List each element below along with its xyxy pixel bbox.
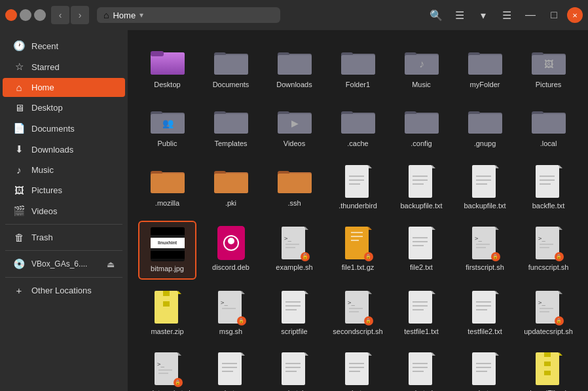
file-item-documents[interactable]: Documents bbox=[202, 41, 260, 94]
file-item-zippedfile[interactable]: zippedFile.zip bbox=[519, 346, 578, 391]
minimize-button[interactable]: – bbox=[20, 9, 31, 21]
svg-text:👥: 👥 bbox=[162, 118, 174, 129]
file-item-testfile2[interactable]: testfile2.txt bbox=[456, 285, 514, 341]
file-item-whataa[interactable]: whataa bbox=[202, 346, 260, 391]
maximize-button[interactable]: □ bbox=[34, 9, 46, 21]
sidebar-item-videos[interactable]: 🎬 Videos bbox=[3, 201, 125, 221]
file-item-gnupg[interactable]: .gnupg bbox=[456, 100, 514, 153]
file-label-backupfile2: backupfile.txt bbox=[464, 201, 505, 210]
file-item-msgsh[interactable]: >_ 🔒 msg.sh bbox=[202, 285, 260, 341]
folder-myfolder-icon bbox=[467, 46, 504, 77]
file-item-funcscript[interactable]: >_ 🔒 funcscript.sh bbox=[519, 221, 578, 280]
file-testfile1-icon bbox=[408, 290, 435, 324]
file-label-folder1: Folder1 bbox=[346, 80, 370, 89]
file-item-scriptfile[interactable]: scriptfile bbox=[265, 285, 323, 341]
search-button[interactable]: 🔍 bbox=[426, 5, 447, 26]
close-button[interactable]: × bbox=[5, 9, 17, 21]
file-label-discord: discord.deb bbox=[212, 263, 249, 272]
file-masterzip-icon bbox=[154, 290, 181, 324]
file-item-cache[interactable]: .cache bbox=[329, 100, 387, 153]
file-item-whatac[interactable]: whatac bbox=[329, 346, 387, 391]
sidebar-item-desktop[interactable]: 🖥 Desktop bbox=[3, 98, 125, 117]
file-item-local[interactable]: .local bbox=[519, 100, 578, 153]
svg-point-76 bbox=[228, 238, 234, 244]
file-item-firstscript[interactable]: >_ 🔒 firstscript.sh bbox=[456, 221, 514, 280]
file-item-updatesrcript[interactable]: >_ 🔒 updatesrci pt.sh bbox=[138, 346, 196, 391]
svg-marker-158 bbox=[432, 352, 435, 356]
sidebar-item-pictures[interactable]: 🖼 Pictures bbox=[3, 181, 125, 200]
file-item-mozilla[interactable]: .mozilla bbox=[138, 159, 196, 215]
sidebar-item-music[interactable]: ♪ Music bbox=[3, 160, 125, 179]
sidebar-item-recent[interactable]: 🕐 Recent bbox=[3, 36, 125, 56]
sidebar-item-trash[interactable]: 🗑 Trash bbox=[3, 228, 125, 247]
location-text: Home bbox=[113, 10, 136, 20]
file-item-backfle[interactable]: backfle.txt bbox=[519, 159, 578, 215]
file-item-masterzip[interactable]: master.zip bbox=[138, 285, 196, 341]
file-backfle-icon bbox=[535, 164, 562, 198]
file-item-desktop[interactable]: Desktop bbox=[138, 41, 196, 94]
close-window-button[interactable]: × bbox=[567, 7, 583, 23]
file-label-backfle: backfle.txt bbox=[532, 201, 565, 210]
sidebar-item-home[interactable]: ⌂ Home bbox=[3, 78, 125, 97]
file-item-pictures[interactable]: 🖼 Pictures bbox=[519, 41, 578, 94]
file-item-downloads[interactable]: Downloads bbox=[265, 41, 323, 94]
file-item-file2txt[interactable]: file2.txt bbox=[392, 221, 450, 280]
file-item-pki[interactable]: .pki bbox=[202, 159, 260, 215]
svg-rect-87 bbox=[409, 227, 432, 259]
menu-button[interactable]: ☰ bbox=[496, 5, 517, 26]
sort-button[interactable]: ▾ bbox=[473, 5, 494, 26]
eject-button[interactable]: ⏏ bbox=[107, 259, 115, 269]
file-item-testfile1[interactable]: testfile1.txt bbox=[392, 285, 450, 341]
file-item-config[interactable]: .config bbox=[392, 100, 450, 153]
home-icon: ⌂ bbox=[103, 10, 109, 20]
sidebar-item-downloads[interactable]: ⬇ Downloads bbox=[3, 140, 125, 159]
music-icon: ♪ bbox=[13, 164, 25, 176]
file-item-whatab[interactable]: whatab bbox=[265, 346, 323, 391]
file-item-file1gz[interactable]: 🔒 file1.txt.gz bbox=[329, 221, 387, 280]
sidebar-item-other-locations[interactable]: + Other Locations bbox=[3, 281, 125, 300]
file-item-example-sh[interactable]: >_ 🔓 example.sh bbox=[265, 221, 323, 280]
file-item-videos[interactable]: ▶ Videos bbox=[265, 100, 323, 153]
folder-config-icon bbox=[403, 105, 440, 136]
file-item-bitmap[interactable]: linuxhint bitmap.jpg bbox=[138, 221, 196, 280]
maximize-window-button[interactable]: □ bbox=[543, 5, 564, 26]
svg-rect-54 bbox=[278, 174, 312, 193]
sidebar-item-vbox[interactable]: 💿 VBox_GAs_6.... ⏏ bbox=[3, 254, 125, 274]
file-item-ssh[interactable]: .ssh bbox=[265, 159, 323, 215]
file-label-backupfile1: backupfile.txt bbox=[400, 201, 442, 210]
file-label-updatesrcript: updatesrci pt.sh bbox=[142, 388, 193, 391]
forward-button[interactable]: › bbox=[71, 6, 89, 24]
starred-icon: ☆ bbox=[13, 61, 25, 73]
videos-icon: 🎬 bbox=[13, 205, 25, 217]
file-item-music[interactable]: ♪ Music bbox=[392, 41, 450, 94]
file-item-whatad[interactable]: whatad bbox=[392, 346, 450, 391]
svg-marker-123 bbox=[432, 291, 435, 294]
file-label-funcscript: funcscript.sh bbox=[528, 263, 569, 272]
file-item-public[interactable]: 👥 Public bbox=[138, 100, 196, 153]
sidebar-item-starred[interactable]: ☆ Starred bbox=[3, 57, 125, 77]
minimize-window-button[interactable]: — bbox=[520, 5, 541, 26]
file-item-updatecsript[interactable]: >_ 🔒 updatecsript.sh bbox=[519, 285, 578, 341]
back-button[interactable]: ‹ bbox=[51, 6, 69, 24]
file-item-thunderbird[interactable]: .thunderbird bbox=[329, 159, 387, 215]
svg-rect-60 bbox=[409, 165, 432, 198]
sidebar-item-other-label: Other Locations bbox=[31, 286, 92, 295]
svg-marker-138 bbox=[178, 352, 181, 356]
svg-rect-2 bbox=[151, 51, 164, 56]
file-label-gnupg: .gnupg bbox=[474, 139, 496, 148]
svg-rect-29 bbox=[214, 114, 248, 134]
file-item-templates[interactable]: Templates bbox=[202, 100, 260, 153]
file-item-backupfile1[interactable]: backupfile.txt bbox=[392, 159, 450, 215]
file-item-folder1[interactable]: Folder1 bbox=[329, 41, 387, 94]
file-item-whatae[interactable]: whatae bbox=[456, 346, 514, 391]
location-bar[interactable]: ⌂ Home ▾ bbox=[97, 7, 280, 23]
file-item-myfolder[interactable]: myFolder bbox=[456, 41, 514, 94]
file-item-backupfile2[interactable]: backupfile.txt bbox=[456, 159, 514, 215]
svg-marker-103 bbox=[178, 291, 181, 294]
file-item-discord[interactable]: discord.deb bbox=[202, 221, 260, 280]
view-toggle-button[interactable]: ☰ bbox=[449, 5, 470, 26]
file-item-secondscript[interactable]: >_ 🔒 secondscript.sh bbox=[329, 285, 387, 341]
svg-marker-56 bbox=[369, 165, 372, 168]
svg-text:>_: >_ bbox=[221, 299, 228, 306]
sidebar-item-documents[interactable]: 📄 Documents bbox=[3, 119, 125, 138]
